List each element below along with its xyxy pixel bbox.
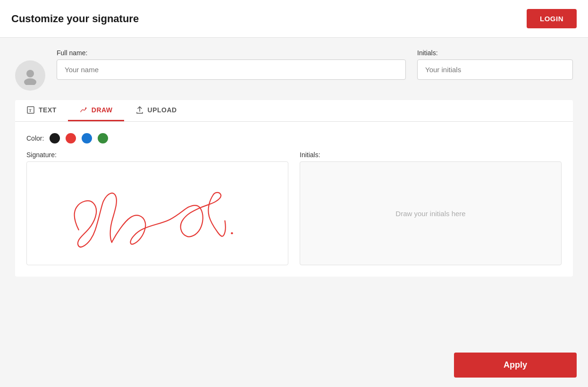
fullname-field-group: Full name: — [57, 49, 406, 80]
header: Customize your signature LOGIN — [0, 0, 588, 38]
initials-input[interactable] — [417, 59, 573, 80]
color-row: Color: — [26, 133, 562, 143]
upload-tab-icon — [135, 106, 144, 114]
text-tab-icon: T — [26, 106, 35, 114]
fullname-input[interactable] — [57, 59, 406, 80]
initials-area-wrapper: Initials: Draw your initials here — [300, 151, 562, 265]
tab-text-label: TEXT — [39, 106, 57, 114]
color-blue[interactable] — [82, 133, 92, 143]
svg-point-0 — [26, 70, 34, 77]
initials-placeholder: Draw your initials here — [395, 210, 465, 218]
svg-point-4 — [85, 108, 86, 109]
fullname-label: Full name: — [57, 49, 406, 57]
avatar — [15, 60, 45, 91]
initials-section-label: Initials: — [300, 151, 562, 159]
initials-field-group: Initials: — [417, 49, 573, 80]
svg-point-5 — [231, 232, 233, 234]
tab-text[interactable]: T TEXT — [15, 100, 68, 121]
color-black[interactable] — [50, 133, 60, 143]
signature-area-wrapper: Signature: — [26, 151, 288, 265]
tabs-wrapper: T TEXT DRAW UPLOAD — [15, 100, 573, 277]
svg-point-1 — [24, 78, 36, 85]
tab-upload[interactable]: UPLOAD — [124, 100, 188, 121]
form-row: Full name: Initials: — [15, 49, 573, 91]
page-title: Customize your signature — [11, 13, 139, 25]
color-label: Color: — [26, 135, 44, 142]
initials-canvas[interactable]: Draw your initials here — [300, 161, 562, 265]
svg-text:T: T — [29, 108, 32, 113]
tab-panel-draw: Color: Signature: — [15, 122, 573, 277]
initials-label: Initials: — [417, 49, 573, 57]
color-red[interactable] — [66, 133, 76, 143]
user-avatar-icon — [21, 66, 40, 85]
draw-tab-icon — [79, 106, 88, 114]
signature-canvas[interactable] — [26, 161, 288, 265]
main-content: Full name: Initials: T TEXT — [0, 38, 588, 387]
apply-button[interactable]: Apply — [454, 353, 577, 378]
tab-draw[interactable]: DRAW — [68, 100, 124, 121]
color-green[interactable] — [98, 133, 108, 143]
signature-drawing — [27, 162, 288, 265]
login-button[interactable]: LOGIN — [527, 9, 577, 28]
tab-upload-label: UPLOAD — [148, 106, 177, 114]
signature-section-label: Signature: — [26, 151, 288, 159]
drawing-section: Signature: Initials: — [26, 151, 562, 265]
tabs-header: T TEXT DRAW UPLOAD — [15, 100, 573, 122]
tab-draw-label: DRAW — [92, 106, 113, 114]
